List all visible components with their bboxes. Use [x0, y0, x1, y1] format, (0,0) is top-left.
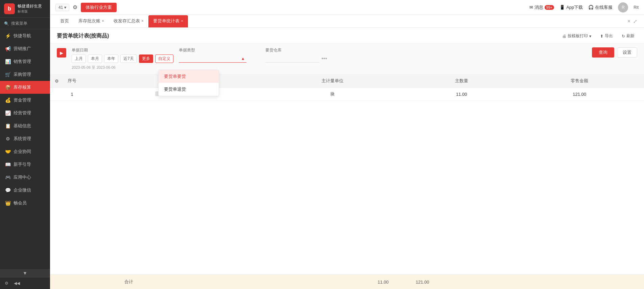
query-btn[interactable]: 查询 — [592, 47, 614, 58]
dropdown-item-order-return[interactable]: 要货单退货 — [159, 83, 219, 96]
print-btn[interactable]: 🖨 按模板打印 ▾ — [559, 32, 594, 40]
filter-expand-btn[interactable]: ▶ — [57, 48, 66, 58]
vip-label: 畅会员 — [14, 200, 27, 206]
type-dropdown-toggle[interactable]: ▲ — [241, 56, 245, 61]
chevron-down-icon: ▾ — [64, 5, 66, 10]
tab-order-stats-close[interactable]: × — [181, 19, 183, 23]
warehouse-filter-input[interactable] — [265, 54, 319, 63]
sidebar-item-vip[interactable]: 👑 畅会员 — [0, 197, 50, 209]
app-center-label: 应用中心 — [14, 174, 31, 180]
row-settings-cell — [50, 88, 64, 101]
tab-order-stats[interactable]: 要货单统计表 × — [148, 15, 188, 27]
sidebar-scroll-down[interactable]: ▼ — [0, 269, 50, 277]
refresh-btn[interactable]: ↻ 刷新 — [619, 32, 637, 40]
sidebar-item-sales[interactable]: 📊 销售管理 — [0, 55, 50, 68]
row-qty-cell: 11.00 — [408, 88, 515, 101]
sidebar: b 畅捷通好生意 标准版 🔍 搜索菜单 ⚡ 快捷导航 📢 营销推广 📊 销售管理… — [0, 0, 50, 289]
settings-icon-btn[interactable]: ⚙ — [73, 4, 77, 10]
chevron-down-icon: ▾ — [589, 34, 591, 39]
col-settings-header[interactable]: ⚙ — [50, 74, 64, 88]
search-menu-item[interactable]: 🔍 搜索菜单 — [0, 18, 50, 29]
tab-inventory-batch[interactable]: 库存批次账 × — [74, 15, 109, 27]
messages-badge: 99+ — [545, 5, 554, 10]
avatar[interactable]: R — [618, 2, 628, 13]
print-icon: 🖨 — [562, 34, 566, 39]
refresh-icon: ↻ — [622, 34, 625, 39]
online-service-label: 在线客服 — [595, 4, 613, 10]
message-icon: ✉ — [529, 5, 533, 10]
search-menu-label: 搜索菜单 — [11, 21, 27, 26]
sidebar-item-marketing[interactable]: 📢 营销推广 — [0, 42, 50, 55]
sidebar-item-operations[interactable]: 📈 经营管理 — [0, 107, 50, 119]
sidebar-item-system[interactable]: ⚙ 系统管理 — [0, 132, 50, 145]
sidebar-item-purchase[interactable]: 🛒 采购管理 — [0, 68, 50, 81]
export-btn[interactable]: ⬆ 导出 — [597, 32, 616, 40]
tabs-close-all-btn[interactable]: × — [626, 17, 632, 26]
sidebar-item-app-center[interactable]: 🎮 应用中心 — [0, 171, 50, 184]
col-amount-header: 零售金额 — [515, 74, 644, 88]
tab-receive-send-summary-close[interactable]: × — [141, 19, 144, 23]
guide-label: 新手引导 — [14, 161, 31, 168]
table-empty-space — [50, 101, 644, 216]
filter-actions: 查询 设置 — [592, 47, 637, 59]
page-header-actions: 🖨 按模板打印 ▾ ⬆ 导出 ↻ 刷新 — [559, 32, 637, 40]
online-service-btn[interactable]: 🎧 在线客服 — [588, 4, 613, 10]
warehouse-more-btn[interactable]: ••• — [321, 55, 327, 62]
user-name: Rit — [634, 5, 639, 10]
sidebar-item-quick-nav[interactable]: ⚡ 快捷导航 — [0, 29, 50, 42]
date-btn-this-year[interactable]: 本年 — [104, 54, 118, 63]
tab-receive-send-summary-label: 收发存汇总表 — [114, 18, 140, 24]
topbar-right: ✉ 消息 99+ 📱 App下载 🎧 在线客服 R Rit — [529, 2, 639, 13]
date-range-text: 2023-05-06 至 2023-06-06 — [72, 65, 173, 70]
page-title: 要货单统计表(按商品) — [57, 32, 109, 40]
search-icon: 🔍 — [4, 21, 9, 26]
topbar-left: 41 ▾ ⚙ 体验行业方案 — [55, 3, 117, 12]
expand-icon: ▶ — [60, 50, 63, 55]
quick-nav-label: 快捷导航 — [14, 33, 31, 39]
date-btn-last-month[interactable]: 上月 — [72, 54, 86, 63]
messages-btn[interactable]: ✉ 消息 99+ — [529, 4, 554, 10]
sidebar-collapse-btn[interactable]: ◀◀ — [14, 281, 20, 286]
col-unit-header: 主计量单位 — [257, 74, 408, 88]
tab-home[interactable]: 首页 — [55, 15, 74, 27]
sales-icon: 📊 — [5, 59, 11, 64]
wechat-label: 企业微信 — [14, 187, 31, 193]
logo-icon: b — [4, 3, 15, 14]
trial-btn[interactable]: 体验行业方案 — [81, 3, 117, 12]
data-table: ⚙ 序号 商品 主计量单位 主数 — [50, 74, 644, 101]
system-label: 系统管理 — [14, 136, 31, 142]
sidebar-item-wechat[interactable]: 💬 企业微信 — [0, 184, 50, 197]
sidebar-item-base-info[interactable]: 📋 基础信息 — [0, 119, 50, 132]
warehouse-input-wrap: ••• — [265, 54, 327, 63]
date-btn-custom[interactable]: 自定义 — [155, 54, 173, 63]
sidebar-menu: ⚡ 快捷导航 📢 营销推广 📊 销售管理 🛒 采购管理 📦 库存核算 💰 资金管… — [0, 29, 50, 269]
sidebar-item-guide[interactable]: 📖 新手引导 — [0, 158, 50, 171]
tab-inventory-batch-close[interactable]: × — [102, 19, 104, 23]
sidebar-item-enterprise[interactable]: 🤝 企业协同 — [0, 145, 50, 158]
export-icon: ⬆ — [600, 34, 603, 39]
store-selector[interactable]: 41 ▾ — [55, 4, 69, 11]
app-download-btn[interactable]: 📱 App下载 — [559, 4, 583, 10]
date-btn-more[interactable]: 更多 — [139, 54, 153, 63]
messages-label: 消息 — [534, 4, 543, 10]
sidebar-item-inventory[interactable]: 📦 库存核算 — [0, 81, 50, 94]
filter-settings-btn[interactable]: 设置 — [617, 47, 637, 58]
date-btn-last-7-days[interactable]: 近7天 — [120, 54, 137, 63]
row-unit-cell: 块 — [257, 88, 408, 101]
store-number: 41 — [58, 5, 63, 10]
dropdown-item-order-goods[interactable]: 要货单要货 — [159, 70, 219, 83]
finance-icon: 💰 — [5, 97, 11, 103]
marketing-icon: 📢 — [5, 46, 11, 51]
date-btn-this-month[interactable]: 本月 — [88, 54, 102, 63]
tab-order-stats-label: 要货单统计表 — [153, 18, 180, 24]
tab-receive-send-summary[interactable]: 收发存汇总表 × — [109, 15, 148, 27]
type-filter-input[interactable] — [179, 54, 246, 63]
enterprise-icon: 🤝 — [5, 149, 11, 154]
sidebar-item-finance[interactable]: 💰 资金管理 — [0, 94, 50, 107]
sidebar-settings-btn[interactable]: ⚙ — [5, 281, 8, 286]
tabs-maximize-btn[interactable]: ⤢ — [632, 17, 639, 25]
date-filter-options: 上月 本月 本年 近7天 更多 自定义 — [72, 54, 173, 63]
type-filter-group: 单据类型 ▲ — [179, 47, 246, 63]
vip-icon: 👑 — [5, 200, 11, 206]
app-center-icon: 🎮 — [5, 175, 11, 180]
